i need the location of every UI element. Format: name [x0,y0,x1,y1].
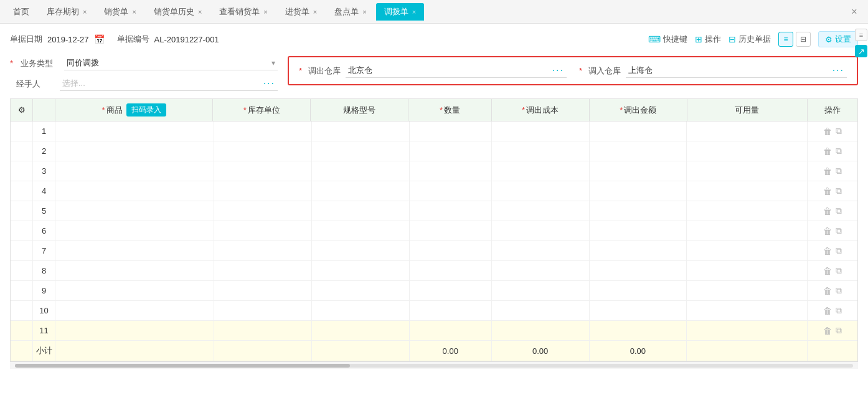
copy-icon[interactable]: ⧉ [836,226,842,236]
row-spec[interactable] [312,261,410,280]
row-product[interactable] [55,241,214,260]
row-qty[interactable] [410,261,492,280]
row-product[interactable] [55,281,214,300]
row-amount[interactable] [590,121,687,141]
row-product[interactable] [55,321,214,340]
row-amount[interactable] [590,221,687,240]
row-unit[interactable] [214,201,312,221]
tab-transfer-close[interactable]: × [412,8,416,16]
row-product[interactable] [55,261,214,280]
row-cost[interactable] [492,321,590,340]
row-qty[interactable] [410,161,492,181]
copy-icon[interactable]: ⧉ [836,245,842,256]
tab-inventory-init[interactable]: 库存期初 × [39,3,95,21]
delete-icon[interactable]: 🗑 [823,126,832,136]
copy-icon[interactable]: ⧉ [836,126,842,136]
copy-icon[interactable]: ⧉ [836,166,842,176]
row-amount[interactable] [590,181,687,201]
in-warehouse-input[interactable]: 上海仓 ··· [626,64,847,78]
row-qty[interactable] [410,141,492,161]
copy-icon[interactable]: ⧉ [836,305,842,316]
row-cost[interactable] [492,121,590,141]
row-qty[interactable] [410,221,492,240]
row-spec[interactable] [312,221,410,240]
history-button[interactable]: ⊟ 历史单据 [729,34,771,45]
row-amount[interactable] [590,141,687,161]
tab-home[interactable]: 首页 [5,3,37,21]
action-button[interactable]: ⊞ 操作 [695,34,721,45]
row-qty[interactable] [410,281,492,300]
tab-sales-history[interactable]: 销货单历史 × [146,3,210,21]
copy-icon[interactable]: ⧉ [836,186,842,196]
row-amount[interactable] [590,261,687,280]
row-qty[interactable] [410,201,492,221]
row-cost[interactable] [492,161,590,181]
row-unit[interactable] [214,161,312,181]
row-product[interactable] [55,221,214,240]
row-spec[interactable] [312,321,410,340]
row-qty[interactable] [410,301,492,320]
copy-icon[interactable]: ⧉ [836,146,842,156]
row-amount[interactable] [590,321,687,340]
row-qty[interactable] [410,241,492,260]
row-product[interactable] [55,301,214,320]
tab-stocktake-close[interactable]: × [362,8,366,16]
tab-sales-order[interactable]: 销货单 × [96,3,144,21]
biz-type-dropdown-icon[interactable]: ▾ [271,59,275,67]
row-unit[interactable] [214,121,312,141]
delete-icon[interactable]: 🗑 [823,166,832,176]
tab-sales-order-close[interactable]: × [132,8,136,16]
row-spec[interactable] [312,141,410,161]
row-spec[interactable] [312,161,410,181]
row-amount[interactable] [590,241,687,260]
row-unit[interactable] [214,181,312,201]
scan-button[interactable]: 扫码录入 [126,103,166,117]
row-unit[interactable] [214,241,312,260]
handler-dots-icon[interactable]: ··· [263,78,275,89]
tab-inventory-init-close[interactable]: × [83,8,87,16]
row-amount[interactable] [590,201,687,221]
row-product[interactable] [55,181,214,201]
delete-icon[interactable]: 🗑 [823,226,832,236]
tab-transfer[interactable]: 调拨单 × [376,3,424,21]
delete-icon[interactable]: 🗑 [823,326,832,336]
delete-icon[interactable]: 🗑 [823,186,832,196]
col-gear[interactable]: ⚙ [11,99,33,121]
row-cost[interactable] [492,221,590,240]
tab-purchase-order[interactable]: 进货单 × [277,3,325,21]
row-cost[interactable] [492,301,590,320]
out-warehouse-input[interactable]: 北京仓 ··· [346,64,567,78]
tab-view-sales-close[interactable]: × [263,8,267,16]
handler-field[interactable]: 选择... ··· [60,77,278,91]
row-unit[interactable] [214,141,312,161]
row-product[interactable] [55,161,214,181]
row-amount[interactable] [590,161,687,181]
row-cost[interactable] [492,201,590,221]
calendar-icon[interactable]: 📅 [94,34,105,44]
out-warehouse-dots-icon[interactable]: ··· [552,65,564,76]
shortcut-button[interactable]: ⌨ 快捷键 [648,34,687,45]
row-unit[interactable] [214,301,312,320]
delete-icon[interactable]: 🗑 [823,146,832,156]
row-unit[interactable] [214,221,312,240]
settings-button[interactable]: ⚙ 设置 [818,31,858,47]
row-cost[interactable] [492,241,590,260]
row-unit[interactable] [214,321,312,340]
sidebar-external-icon[interactable]: ↗ [855,45,867,57]
row-spec[interactable] [312,121,410,141]
tab-sales-history-close[interactable]: × [198,8,202,16]
row-qty[interactable] [410,181,492,201]
delete-icon[interactable]: 🗑 [823,286,832,296]
row-amount[interactable] [590,281,687,300]
row-unit[interactable] [214,261,312,280]
in-warehouse-dots-icon[interactable]: ··· [833,65,844,76]
row-spec[interactable] [312,281,410,300]
row-unit[interactable] [214,281,312,300]
biz-type-field[interactable]: 同价调拨 ▾ [64,56,278,70]
copy-icon[interactable]: ⧉ [836,325,842,336]
copy-icon[interactable]: ⧉ [836,285,842,296]
tab-view-sales[interactable]: 查看销货单 × [211,3,275,21]
row-product[interactable] [55,141,214,161]
copy-icon[interactable]: ⧉ [836,206,842,216]
row-cost[interactable] [492,181,590,201]
